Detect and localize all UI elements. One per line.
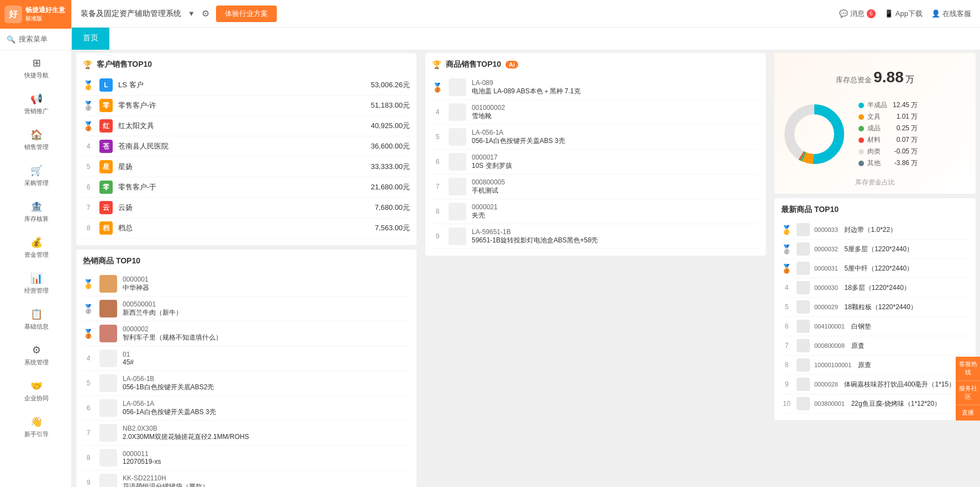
product-code: 0000029: [814, 304, 838, 310]
product-code: 01: [123, 351, 134, 358]
trophy-icon: 🏆: [432, 60, 441, 69]
header-right: 💬 消息 6 📱 App下载 👤 在线客服: [839, 9, 971, 19]
sidebar-search-section[interactable]: 🔍 搜索菜单: [0, 29, 71, 50]
rank-num: 4: [781, 284, 792, 292]
product-image: [449, 178, 466, 195]
tab-home[interactable]: 首页: [72, 28, 109, 50]
customer-name: 零售客户-于: [118, 182, 365, 192]
legend-value: 0.07 万: [897, 135, 918, 145]
medal-3: 🥉: [83, 121, 94, 131]
hot-products-list: 🥇 0000001 中华神器 🥈 000500001 新西兰牛肉（新牛）: [83, 272, 410, 487]
product-image: [99, 350, 117, 367]
rank-num: 8: [83, 224, 94, 232]
product-image: [99, 300, 117, 317]
table-row: 🥈 零 零售客户-许 51,183.00元: [83, 96, 410, 116]
avatar: 零: [99, 99, 113, 112]
product-code: 0000002: [123, 325, 222, 333]
table-row: 🥇 L LS 客户 53,006.26元: [83, 75, 410, 96]
medal-icon: 🥉: [83, 329, 94, 339]
live-stream-button[interactable]: 直播: [956, 405, 980, 421]
sidebar-item-purchase[interactable]: 🛒 采购管理: [0, 158, 71, 194]
medal-3-icon: 🥉: [432, 82, 443, 93]
rank-num: 8: [781, 361, 792, 369]
customers-rank-list: 🥇 L LS 客户 53,006.26元 🥈 零 零售客户-许 51,183.0…: [83, 75, 410, 239]
product-name: 59651-1B旋转投影灯电池盒ABS黑色+58壳: [472, 236, 598, 245]
legend-name: 材料: [867, 135, 889, 145]
search-icon: 🔍: [7, 35, 15, 44]
product-image: [99, 275, 117, 293]
messages-button[interactable]: 💬 消息 6: [839, 9, 876, 19]
product-code: 004100001: [814, 323, 845, 330]
app-label: App下载: [895, 9, 923, 19]
sidebar-item-base-info[interactable]: 📋 基础信息: [0, 301, 71, 337]
product-image: [99, 399, 117, 417]
service-label: 在线客服: [942, 9, 971, 19]
purchase-icon: 🛒: [30, 165, 43, 177]
product-code: LA-089: [472, 79, 581, 87]
product-code: 0000032: [814, 246, 838, 252]
sidebar-item-marketing[interactable]: 📢 营销推广: [0, 86, 71, 122]
product-code: 0000017: [472, 153, 512, 161]
list-item: 6 LA-056-1A 056-1A白色按键开关盖ABS 3壳: [83, 396, 410, 421]
product-code: 0000033: [814, 226, 838, 233]
product-image: [99, 424, 117, 442]
legend-item: 成品 0.25 万: [858, 124, 918, 133]
main-tabs: 首页: [72, 28, 980, 50]
online-service-button[interactable]: 👤 在线客服: [931, 9, 971, 19]
search-menu-label: 搜索菜单: [19, 34, 48, 44]
sidebar-item-quick-nav[interactable]: ⊞ 快捷导航: [0, 50, 71, 86]
product-name: 原査: [851, 342, 865, 350]
product-sales-list: 🥉 LA-089 电池盖 LA-089 ABS本色＋黑种 7.1克 4 0010…: [432, 75, 759, 249]
new-products-label: 最新商品 TOP10: [781, 205, 839, 215]
product-info: 0000028 体碗嘉枝味苏打饮品400毫升（1*15）: [814, 380, 969, 389]
product-name: 056-1A白色按键开关盖ABS 3壳: [123, 407, 216, 417]
product-sales-title: 🏆 商品销售TOP10 Ai: [432, 60, 759, 70]
sidebar-nav: ⊞ 快捷导航 📢 营销推广 🏠 销售管理 🛒 采购管理 🏦 库存核算 💰 资金管…: [0, 50, 71, 487]
legend-item: 肉类 -0.05 万: [858, 147, 918, 156]
rank-num: 5: [781, 303, 792, 311]
try-solution-button[interactable]: 体验行业方案: [216, 6, 277, 22]
dropdown-icon[interactable]: ▼: [188, 9, 195, 18]
product-name: 10S 变刹罗孩: [472, 161, 512, 171]
product-name: 电池盖 LA-089 ABS本色＋黑种 7.1克: [472, 87, 581, 96]
marketing-icon: 📢: [30, 93, 43, 105]
product-name: 白钢垫: [851, 322, 871, 330]
sidebar-item-system[interactable]: ⚙ 系统管理: [0, 337, 71, 373]
customer-hotline-button[interactable]: 客服热线: [956, 357, 980, 381]
sidebar-item-company[interactable]: 🤝 企业协同: [0, 373, 71, 409]
list-item: 5 LA-056-1B 056-1B白色按键开关底ABS2壳: [83, 371, 410, 396]
list-item: 🥉 0000031 5厘中纤（1220*2440）: [781, 259, 969, 278]
service-community-button[interactable]: 服务社区: [956, 381, 980, 405]
customer-name: 云扬: [118, 203, 369, 213]
inventory-icon: 🏦: [30, 200, 43, 213]
hot-products-title: 热销商品 TOP10: [83, 256, 410, 266]
sidebar-item-sales[interactable]: 🏠 销售管理: [0, 122, 71, 158]
sidebar-item-operation[interactable]: 📊 经营管理: [0, 266, 71, 301]
legend-item: 文具 1.01 万: [858, 112, 918, 121]
list-item: 9 LA-59651-1B 59651-1B旋转投影灯电池盒ABS黑色+58壳: [432, 224, 759, 249]
customer-name: 星扬: [118, 162, 365, 172]
service-icon: 👤: [931, 9, 940, 18]
operation-icon: 📊: [30, 272, 43, 284]
sidebar-item-inventory[interactable]: 🏦 库存核算: [0, 194, 71, 230]
product-thumbnail: [797, 320, 810, 333]
product-name: 2.0X30MM双搓花轴搓花直径2.1MM/ROHS: [123, 432, 249, 442]
top-customers-label: 客户销售TOP10: [97, 60, 152, 70]
message-badge: 6: [867, 9, 876, 18]
search-menu-btn[interactable]: 🔍 搜索菜单: [7, 34, 65, 44]
rank-num: 4: [432, 108, 443, 116]
legend-name: 半成品: [867, 100, 889, 110]
list-item: 🥇 0000033 封边带（1.0*22）: [781, 220, 969, 240]
product-code: 0000030: [814, 284, 838, 291]
quick-nav-icon: ⊞: [33, 57, 41, 69]
medal-icon: 🥇: [83, 279, 94, 289]
settings-icon[interactable]: ⚙: [202, 8, 209, 19]
app-download-button[interactable]: 📱 App下载: [884, 9, 923, 19]
sidebar-item-guide[interactable]: 👋 新手引导: [0, 409, 71, 445]
rank-num: 9: [432, 232, 443, 240]
customer-value: 40,925.00元: [371, 121, 410, 131]
rank-num: 5: [83, 379, 94, 387]
legend-item: 半成品 12.45 万: [858, 100, 918, 110]
column-right: 库存总资金 9.88 万: [770, 49, 980, 487]
sidebar-item-finance[interactable]: 💰 资金管理: [0, 230, 71, 266]
